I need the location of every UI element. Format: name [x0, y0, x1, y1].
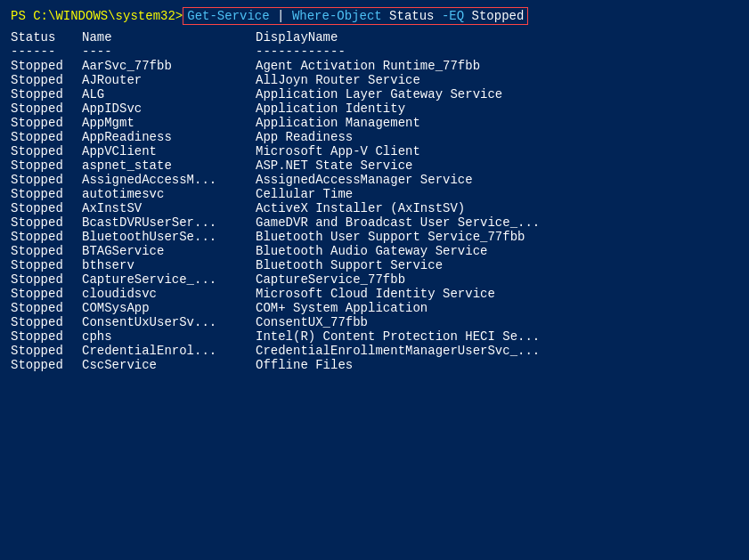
cell-name: AppIDSvc: [82, 101, 256, 116]
cell-displayname: ASP.NET State Service: [256, 158, 738, 173]
table-row: StoppedBluetoothUserSe...Bluetooth User …: [11, 230, 738, 244]
cell-name: BluetoothUserSe...: [82, 230, 256, 244]
table-row: StoppedBcastDVRUserSer...GameDVR and Bro…: [11, 215, 738, 230]
cell-status: Stopped: [11, 187, 82, 201]
cell-displayname: Offline Files: [256, 358, 738, 372]
cell-status: Stopped: [11, 315, 82, 329]
cell-displayname: Intel(R) Content Protection HECI Se...: [256, 329, 738, 344]
cell-displayname: Application Identity: [256, 101, 738, 116]
table-row: StoppedcphsIntel(R) Content Protection H…: [11, 329, 738, 344]
header-name: Name: [82, 30, 256, 45]
sep-display: ------------: [256, 45, 738, 59]
table-row: StoppedCOMSysAppCOM+ System Application: [11, 301, 738, 315]
cell-status: Stopped: [11, 230, 82, 244]
cell-displayname: Microsoft Cloud Identity Service: [256, 287, 738, 301]
cmd-stopped: Stopped: [464, 9, 524, 23]
table-row: StoppedAssignedAccessM...AssignedAccessM…: [11, 173, 738, 187]
table-row: StoppedAJRouterAllJoyn Router Service: [11, 73, 738, 87]
table-row: StoppedAppMgmtApplication Management: [11, 116, 738, 130]
prompt-line: PS C:\WINDOWS\system32> Get-Service | Wh…: [11, 7, 738, 25]
cell-displayname: Bluetooth Support Service: [256, 258, 738, 272]
table-row: Stoppedaspnet_stateASP.NET State Service: [11, 158, 738, 173]
prompt-text: PS C:\WINDOWS\system32>: [11, 9, 183, 23]
cell-name: COMSysApp: [82, 301, 256, 315]
cell-displayname: Bluetooth Audio Gateway Service: [256, 244, 738, 258]
cell-displayname: Agent Activation Runtime_77fbb: [256, 59, 738, 73]
cell-status: Stopped: [11, 158, 82, 173]
table-row: StoppedALGApplication Layer Gateway Serv…: [11, 87, 738, 101]
table-header-row: Status Name DisplayName: [11, 30, 738, 45]
table-row: StoppedAppIDSvcApplication Identity: [11, 101, 738, 116]
cell-status: Stopped: [11, 287, 82, 301]
table-row: StoppedBTAGServiceBluetooth Audio Gatewa…: [11, 244, 738, 258]
cell-name: CaptureService_...: [82, 272, 256, 287]
cell-name: BcastDVRUserSer...: [82, 215, 256, 230]
sep-status: ------: [11, 45, 82, 59]
cell-displayname: Application Layer Gateway Service: [256, 87, 738, 101]
cell-name: AppVClient: [82, 144, 256, 158]
cell-displayname: CredentialEnrollmentManagerUserSvc_...: [256, 344, 738, 358]
cell-status: Stopped: [11, 244, 82, 258]
cell-name: bthserv: [82, 258, 256, 272]
cell-name: BTAGService: [82, 244, 256, 258]
cell-status: Stopped: [11, 59, 82, 73]
table-row: StoppedautotimesvcCellular Time: [11, 187, 738, 201]
cell-status: Stopped: [11, 215, 82, 230]
cell-displayname: App Readiness: [256, 130, 738, 144]
cell-name: autotimesvc: [82, 187, 256, 201]
cell-name: CredentialEnrol...: [82, 344, 256, 358]
cell-status: Stopped: [11, 144, 82, 158]
table-separator-row: ------ ---- ------------: [11, 45, 738, 59]
cell-status: Stopped: [11, 73, 82, 87]
table-row: StoppedbthservBluetooth Support Service: [11, 258, 738, 272]
cell-displayname: COM+ System Application: [256, 301, 738, 315]
cell-status: Stopped: [11, 201, 82, 215]
table-row: StoppedCscServiceOffline Files: [11, 358, 738, 372]
table-row: StoppedCredentialEnrol...CredentialEnrol…: [11, 344, 738, 358]
table-row: StoppedcloudidsvcMicrosoft Cloud Identit…: [11, 287, 738, 301]
cell-displayname: AllJoyn Router Service: [256, 73, 738, 87]
cell-status: Stopped: [11, 130, 82, 144]
table-body: StoppedAarSvc_77fbbAgent Activation Runt…: [11, 59, 738, 372]
cell-displayname: ActiveX Installer (AxInstSV): [256, 201, 738, 215]
cell-name: ConsentUxUserSv...: [82, 315, 256, 329]
cmd-get-service: Get-Service: [187, 9, 269, 23]
table-row: StoppedAarSvc_77fbbAgent Activation Runt…: [11, 59, 738, 73]
table-row: StoppedCaptureService_...CaptureService_…: [11, 272, 738, 287]
header-displayname: DisplayName: [256, 30, 738, 45]
table-row: StoppedConsentUxUserSv...ConsentUX_77fbb: [11, 315, 738, 329]
sep-name: ----: [82, 45, 256, 59]
cell-name: AJRouter: [82, 73, 256, 87]
cell-name: cphs: [82, 329, 256, 344]
cell-displayname: CaptureService_77fbb: [256, 272, 738, 287]
cell-displayname: ConsentUX_77fbb: [256, 315, 738, 329]
cell-status: Stopped: [11, 301, 82, 315]
cell-displayname: GameDVR and Broadcast User Service_...: [256, 215, 738, 230]
cell-status: Stopped: [11, 116, 82, 130]
cell-status: Stopped: [11, 87, 82, 101]
cell-status: Stopped: [11, 329, 82, 344]
cell-name: AppReadiness: [82, 130, 256, 144]
cell-displayname: Application Management: [256, 116, 738, 130]
cell-displayname: AssignedAccessManager Service: [256, 173, 738, 187]
cell-status: Stopped: [11, 344, 82, 358]
cell-status: Stopped: [11, 358, 82, 372]
service-table: Status Name DisplayName ------ ---- ----…: [11, 30, 738, 372]
cell-displayname: Microsoft App-V Client: [256, 144, 738, 158]
cell-name: cloudidsvc: [82, 287, 256, 301]
cell-name: AxInstSV: [82, 201, 256, 215]
cmd-pipe: |: [270, 9, 292, 23]
cell-name: AarSvc_77fbb: [82, 59, 256, 73]
cmd-status: Status: [382, 9, 442, 23]
cell-displayname: Cellular Time: [256, 187, 738, 201]
cell-status: Stopped: [11, 173, 82, 187]
table-row: StoppedAppReadinessApp Readiness: [11, 130, 738, 144]
command-box[interactable]: Get-Service | Where-Object Status -EQ St…: [183, 7, 528, 25]
cmd-eq: -EQ: [442, 9, 464, 23]
table-row: StoppedAppVClientMicrosoft App-V Client: [11, 144, 738, 158]
cell-name: ALG: [82, 87, 256, 101]
cell-name: AppMgmt: [82, 116, 256, 130]
cell-name: CscService: [82, 358, 256, 372]
header-status: Status: [11, 30, 82, 45]
cell-name: AssignedAccessM...: [82, 173, 256, 187]
